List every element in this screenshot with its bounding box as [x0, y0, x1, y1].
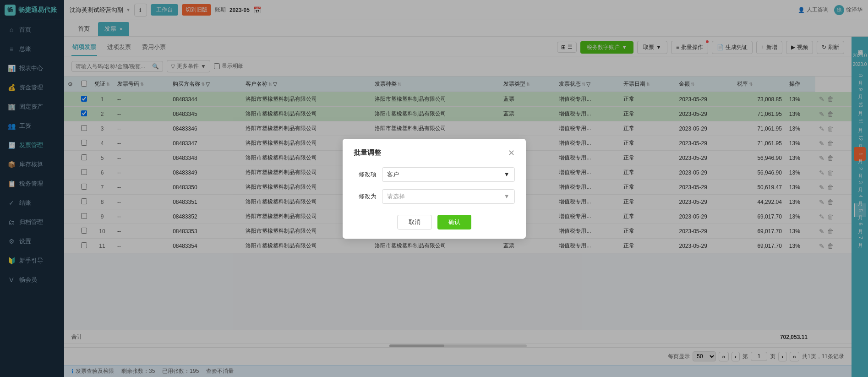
modal-cancel-btn[interactable]: 取消: [397, 215, 432, 229]
field-select[interactable]: 客户 ▼: [382, 167, 515, 182]
value-select[interactable]: 请选择 ▼: [382, 189, 515, 204]
field-label: 修改项: [354, 170, 377, 179]
modal-header: 批量调整 ✕: [354, 148, 515, 158]
modal-overlay: 批量调整 ✕ 修改项 客户 ▼ 修改为 请选择 ▼ 取消 确认: [0, 0, 868, 377]
modal-footer: 取消 确认: [354, 215, 515, 229]
modal-value-row: 修改为 请选择 ▼: [354, 189, 515, 204]
value-select-placeholder: 请选择: [387, 192, 405, 201]
field-select-value: 客户: [387, 170, 399, 179]
value-select-arrow: ▼: [504, 193, 510, 200]
field-select-arrow: ▼: [504, 171, 510, 178]
value-label: 修改为: [354, 192, 377, 201]
modal-title: 批量调整: [354, 148, 381, 157]
batch-adjust-modal: 批量调整 ✕ 修改项 客户 ▼ 修改为 请选择 ▼ 取消 确认: [343, 139, 526, 239]
modal-confirm-btn[interactable]: 确认: [437, 215, 471, 229]
modal-field-row: 修改项 客户 ▼: [354, 167, 515, 182]
modal-close-btn[interactable]: ✕: [508, 148, 515, 158]
